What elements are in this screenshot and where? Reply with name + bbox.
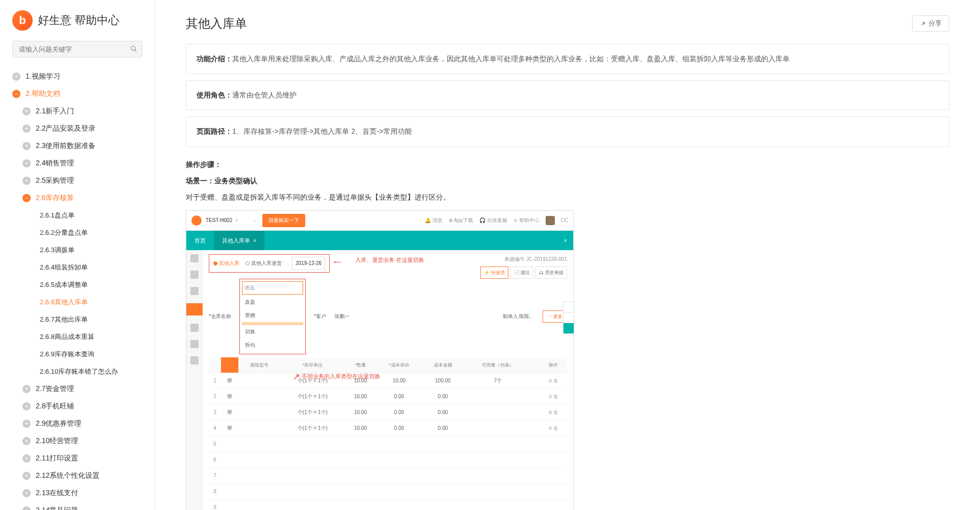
search-icon[interactable]	[130, 45, 137, 54]
chevron-down-icon: ▾	[235, 215, 238, 226]
nav-2-6-3[interactable]: 2.6.3调拨单	[0, 241, 155, 259]
nav-2-4[interactable]: +2.4销售管理	[0, 155, 155, 172]
ss-sidebar	[186, 250, 203, 510]
ss-content: 其他入库 其他入库退货 2019-12-26 ⟵ 入库、退货业务 在这里切换 单…	[203, 250, 573, 510]
nav-2-13[interactable]: +2.13在线支付	[0, 484, 155, 502]
nav-video[interactable]: +1.视频学习	[0, 68, 155, 85]
nav-2-6-4[interactable]: 2.6.4组装拆卸单	[0, 259, 155, 276]
tool-icon	[563, 323, 574, 334]
table-row: 6	[209, 452, 567, 468]
ss-right-tools	[563, 301, 574, 333]
nav-2-6-2[interactable]: 2.6.2分量盘点单	[0, 224, 155, 241]
minus-icon: −	[22, 194, 31, 202]
ss-side-icon	[190, 356, 199, 365]
plus-icon: +	[22, 420, 31, 428]
ss-table: 规格型号*库存单位 *数量*成本单价 成本金额可用量（包装） 操作 1帮个(1个…	[209, 357, 567, 510]
nav-2-2[interactable]: +2.2产品安装及登录	[0, 120, 155, 137]
ss-meta-buttons: ⚡ 快速填 📄 源注 🗂 历史单据	[480, 266, 567, 279]
table-row: 8	[209, 483, 567, 499]
share-button[interactable]: 分享	[912, 15, 949, 32]
nav-2-12[interactable]: +2.12系统个性化设置	[0, 467, 155, 484]
nav-2-3[interactable]: +2.3使用前数据准备	[0, 137, 155, 155]
logo-area: b 好生意 帮助中心	[0, 10, 155, 41]
ss-radio-return: 其他入库退货	[246, 258, 282, 269]
nav-2-5[interactable]: +2.5采购管理	[0, 172, 155, 189]
search-input[interactable]	[12, 41, 142, 58]
ss-side-icon	[190, 287, 199, 295]
ss-top-right: 🔔 消息 ⊕ App下载 🎧 在线客服 ⊙ 帮助中心 CC	[425, 215, 568, 226]
nav-2-6-1[interactable]: 2.6.1盘点单	[0, 207, 155, 224]
plus-icon: +	[22, 506, 31, 510]
ss-topbar: TEST-H002 ▾ ⌕ 我要购买一下 🔔 消息 ⊕ App下载 🎧 在线客服…	[186, 211, 573, 231]
nav-2-14[interactable]: +2.14常见问题	[0, 502, 155, 510]
nav-2-6-9[interactable]: 2.6.9库存账本查询	[0, 346, 155, 363]
table-row: 5	[209, 436, 567, 452]
nav-2-6-6[interactable]: 2.6.6其他入库单	[0, 294, 155, 311]
title-row: 其他入库单 分享	[186, 15, 949, 32]
page-title: 其他入库单	[186, 15, 247, 32]
tool-icon	[563, 312, 574, 323]
ss-biz-type-dropdown: 请选 盘盈 受赠 切换 拆包	[239, 279, 306, 354]
table-row: 7	[209, 468, 567, 483]
content-area: 操作步骤： 场景一：业务类型确认 对于受赠、盘盈或是拆装入库等不同的业务，是通过…	[186, 157, 949, 510]
close-icon: ×	[253, 238, 256, 244]
nav-2-6-8[interactable]: 2.6.8商品成本重算	[0, 328, 155, 346]
plus-icon: +	[22, 177, 31, 185]
ss-radio-in: 其他入库	[213, 258, 239, 269]
ss-wh-label: *仓库名称	[209, 311, 231, 322]
nav-tree: +1.视频学习 −2.帮助文档 +2.1新手入门 +2.2产品安装及登录 +2.…	[0, 68, 155, 510]
ss-type-selector: 其他入库 其他入库退货 2019-12-26	[209, 254, 330, 273]
role-box: 使用角色：通常由仓管人员维护	[186, 80, 949, 110]
minus-icon: −	[12, 90, 20, 98]
nav-2-11[interactable]: +2.11打印设置	[0, 450, 155, 467]
ss-maker-label: 制单人	[503, 313, 518, 319]
search-box	[12, 41, 142, 58]
screenshot-illustration: TEST-H002 ▾ ⌕ 我要购买一下 🔔 消息 ⊕ App下载 🎧 在线客服…	[186, 210, 574, 510]
tool-icon	[563, 301, 574, 312]
plus-icon: +	[22, 385, 31, 393]
svg-point-0	[131, 46, 135, 50]
table-row: 9	[209, 499, 567, 510]
plus-icon: +	[22, 489, 31, 497]
intro-box: 功能介绍：其他入库单用来处理除采购入库、产成品入库之外的其他入库业务，因此其他入…	[186, 44, 949, 74]
ss-side-icon	[190, 254, 199, 262]
search-icon: ⌕	[253, 215, 256, 226]
ss-side-icon	[190, 271, 199, 279]
table-row: 1帮个(1个 = 1个)10.0010.00100.007个⊕ 🗑	[209, 373, 567, 388]
scene1-desc: 对于受赠、盘盈或是拆装入库等不同的业务，是通过单据头【业务类型】进行区分。	[186, 190, 949, 204]
ss-docno: JC-20191226-001	[526, 256, 567, 262]
ss-maker-value: 陈陈。	[519, 313, 534, 319]
sidebar: b 好生意 帮助中心 +1.视频学习 −2.帮助文档 +2.1新手入门 +2.2…	[0, 0, 155, 510]
ss-annotation-2: ↗ 不同业务的入库类型在这里切换	[292, 368, 380, 386]
nav-2-8[interactable]: +2.8手机旺铺	[0, 398, 155, 415]
ss-annotation-1: 入库、退货业务 在这里切换	[355, 254, 424, 265]
nav-2-9[interactable]: +2.9优惠券管理	[0, 415, 155, 432]
plus-icon: +	[22, 437, 31, 445]
plus-icon: +	[22, 454, 31, 463]
nav-2-6-5[interactable]: 2.6.5成本调整单	[0, 276, 155, 294]
close-icon: ×	[558, 231, 573, 250]
table-row: 4帮个(1个 = 1个)10.000.000.00⊕ 🗑	[209, 420, 567, 436]
logo-icon: b	[12, 10, 33, 31]
intro-label: 功能介绍：	[197, 55, 232, 63]
plus-icon: +	[22, 125, 31, 133]
plus-icon: +	[12, 72, 20, 81]
table-row: 2帮个(1个 = 1个)10.000.000.00⊕ 🗑	[209, 388, 567, 404]
nav-2-6-10[interactable]: 2.6.10库存账本错了怎么办	[0, 363, 155, 380]
intro-text: 其他入库单用来处理除采购入库、产成品入库之外的其他入库业务，因此其他入库单可处理…	[232, 55, 790, 63]
path-text: 1、库存核算->库存管理->其他入库单 2、首页->常用功能	[232, 127, 412, 135]
nav-2-6[interactable]: −2.6库存核算	[0, 189, 155, 207]
plus-icon: +	[22, 142, 31, 150]
ss-logo-icon	[191, 215, 202, 226]
nav-2-7[interactable]: +2.7资金管理	[0, 380, 155, 398]
nav-2-1[interactable]: +2.1新手入门	[0, 103, 155, 120]
nav-2-10[interactable]: +2.10经营管理	[0, 432, 155, 450]
ss-dropdown-input: 请选	[242, 281, 303, 295]
nav-help[interactable]: −2.帮助文档	[0, 85, 155, 103]
path-box: 页面路径：1、库存核算->库存管理->其他入库单 2、首页->常用功能	[186, 116, 949, 147]
avatar-icon	[546, 216, 555, 225]
nav-2-6-7[interactable]: 2.6.7其他出库单	[0, 311, 155, 328]
ss-side-icon	[190, 340, 199, 348]
ss-buy-button: 我要购买一下	[262, 214, 305, 227]
svg-line-1	[135, 50, 137, 52]
